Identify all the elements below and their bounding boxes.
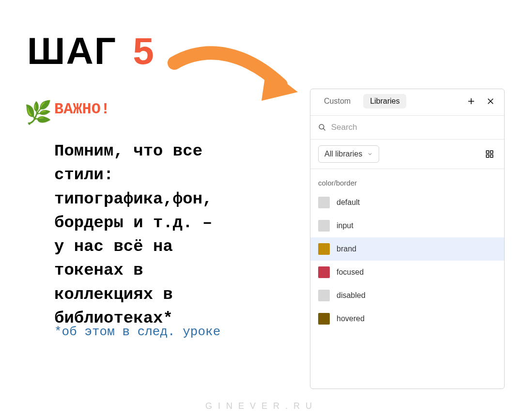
tab-libraries[interactable]: Libraries [363,94,406,109]
body-text: Помним, что все стили: типографика,фон, … [54,140,296,330]
filter-row: All libraries [310,140,504,169]
libraries-dropdown[interactable]: All libraries [318,145,379,163]
search-input[interactable] [331,123,496,132]
item-list: defaultinputbrandfocuseddisabledhovered [310,191,504,330]
step-number: 5 [133,30,155,72]
list-item[interactable]: input [310,214,504,237]
svg-rect-6 [486,151,489,153]
search-row [310,115,504,140]
item-label: hovered [337,314,365,323]
item-label: brand [337,245,356,253]
item-label: focused [337,268,364,277]
footnote: *об этом в след. уроке [54,325,220,339]
panel-header: Custom Libraries [310,89,504,113]
list-item[interactable]: brand [310,237,504,261]
color-swatch [318,313,330,325]
list-item[interactable]: focused [310,261,504,284]
leaf-icon: 🌿 [24,99,52,125]
svg-point-4 [319,124,324,129]
item-label: default [337,198,360,207]
step-word: ШАГ [27,30,117,72]
plus-icon[interactable] [464,94,478,108]
list-item[interactable]: default [310,191,504,214]
item-label: disabled [337,291,366,300]
item-label: input [337,221,354,230]
group-title: color/border [310,169,504,191]
list-item[interactable]: disabled [310,284,504,307]
color-swatch [318,266,330,278]
grid-view-icon[interactable] [483,147,496,161]
tab-custom[interactable]: Custom [317,94,357,109]
list-item[interactable]: hovered [310,307,504,330]
important-label: ВАЖНО! [54,100,110,118]
svg-rect-8 [486,155,489,157]
svg-rect-9 [491,155,493,157]
search-icon [318,123,326,132]
color-swatch [318,290,330,301]
slide: ШАГ 5 🌿 ВАЖНО! Помним, что все стили: ти… [0,0,523,420]
color-swatch [318,197,330,208]
watermark: GINEVER.RU [0,401,523,411]
color-swatch [318,220,330,232]
svg-line-5 [323,128,325,130]
color-swatch [318,243,330,255]
page-title: ШАГ 5 [27,29,155,73]
svg-rect-7 [491,151,493,153]
chevron-down-icon [367,151,373,157]
arrow-icon [160,39,305,111]
close-icon[interactable] [484,94,497,108]
libraries-panel: Custom Libraries All libraries color/bor… [310,89,505,389]
dropdown-label: All libraries [324,150,362,158]
